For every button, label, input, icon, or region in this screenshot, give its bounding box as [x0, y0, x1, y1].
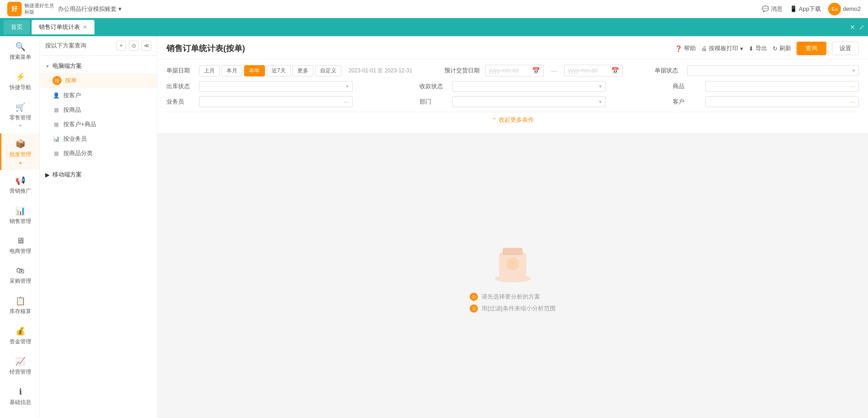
goods-select[interactable]: ···	[705, 81, 859, 92]
lightning-icon: ⚡	[15, 72, 25, 82]
print-icon: 🖨	[701, 45, 707, 52]
payment-status-label: 收款状态	[420, 82, 447, 90]
help-btn[interactable]: ❓ 帮助	[675, 44, 696, 52]
user-profile-btn[interactable]: Ea demo2	[828, 3, 861, 15]
scheme-by-order-icon: 按	[52, 76, 61, 85]
sidebar-item-wholesale-mgmt[interactable]: 📦 批发管理 ▲	[0, 133, 39, 170]
collapse-panel-btn[interactable]: ≪	[142, 41, 151, 51]
date-separator: —	[549, 67, 559, 74]
btn-last-month[interactable]: 上月	[199, 65, 220, 76]
scheme-group-pc[interactable]: ▼ 电脑端方案	[40, 59, 157, 73]
top-bar-right: 💬 消息 📱 App下载 Ea demo2	[762, 3, 861, 15]
operation-icon: 📈	[15, 356, 25, 366]
message-btn[interactable]: 💬 消息	[762, 5, 783, 13]
scheme-item-by-goods[interactable]: ▦ 按商品	[40, 103, 157, 117]
bill-status-select[interactable]: ▾	[687, 65, 859, 76]
sidebar-item-purchase[interactable]: 🛍 采购管理	[0, 261, 39, 290]
bill-status-label: 单据状态	[655, 66, 682, 75]
customer-select[interactable]: ···	[705, 96, 859, 107]
salesperson-more-icon[interactable]: ···	[344, 99, 349, 105]
cart-icon: 🛒	[15, 102, 25, 112]
query-btn[interactable]: 查询	[797, 42, 826, 55]
tab-bar-right: ✕ ⤢	[850, 24, 864, 31]
btn-last-7-days[interactable]: 近7天	[267, 65, 291, 76]
sidebar-item-sys-mgmt[interactable]: ⚙ 系统管理	[0, 412, 39, 418]
btn-more[interactable]: 更多	[292, 65, 313, 76]
filter-row-1: 单据日期 上月 本月 本年 近7天 更多 自定义 2023-01-01 至 20…	[166, 65, 859, 76]
ecommerce-icon: 🖥	[16, 236, 24, 246]
svg-text:?: ?	[511, 260, 514, 267]
scheme-item-by-customer-goods[interactable]: ▦ 按客户+商品	[40, 117, 157, 132]
tab-close-icon[interactable]: ✕	[83, 24, 87, 30]
avatar: Ea	[828, 3, 841, 15]
sidebar-item-operation[interactable]: 📈 经营管理	[0, 351, 39, 381]
window-close-btn[interactable]: ✕	[850, 24, 855, 31]
template-print-btn[interactable]: 🖨 按模板打印 ▾	[701, 44, 743, 52]
home-label: 首页	[11, 23, 23, 31]
sidebar-item-inventory[interactable]: 📋 库存核算	[0, 290, 39, 321]
purchase-icon: 🛍	[16, 266, 24, 276]
page-title: 销售订单统计表(按单)	[166, 43, 245, 54]
department-select[interactable]: ▾	[452, 96, 606, 107]
refresh-btn[interactable]: ↻ 刷新	[773, 44, 791, 52]
bill-date-label: 单据日期	[166, 66, 193, 75]
category-icon: ▦	[52, 150, 60, 157]
help-icon: ❓	[675, 45, 682, 52]
empty-state: ? ① 请先选择要分析的方案 ② 用[过滤]条件来缩小分析范围	[157, 133, 868, 418]
scheme-group-mobile[interactable]: ▶ 移动端方案	[40, 168, 157, 181]
sidebar: 🔍 搜索菜单 ⚡ 快捷导航 🛒 零售管理 ▼ 📦 批发管理 ▲ 📢 营销推广	[0, 36, 40, 418]
info-icon: ℹ	[19, 387, 22, 397]
arrow-up-icon: ▲	[19, 160, 23, 165]
export-btn[interactable]: ⬇ 导出	[749, 44, 767, 52]
goods-more-icon[interactable]: ···	[850, 83, 855, 90]
sidebar-item-quick-nav[interactable]: ⚡ 快捷导航	[0, 66, 39, 97]
refresh-icon: ↻	[773, 45, 778, 52]
sidebar-item-finance[interactable]: 💰 资金管理	[0, 321, 39, 351]
add-scheme-btn[interactable]: +	[116, 41, 126, 51]
customer-more-icon[interactable]: ···	[850, 99, 855, 105]
top-bar: 好 畅捷通好生意 标版 办公用品行业模拟账套 ▾ 💬 消息 📱 App下载	[0, 0, 868, 18]
window-maximize-btn[interactable]: ⤢	[859, 24, 864, 31]
export-icon: ⬇	[749, 45, 754, 52]
department-dropdown-icon: ▾	[599, 99, 602, 105]
sidebar-item-search-menu[interactable]: 🔍 搜索菜单	[0, 36, 39, 66]
goods-label: 商品	[673, 82, 700, 90]
btn-custom[interactable]: 自定义	[315, 65, 341, 76]
tab-bar: 首页 销售订单统计表 ✕ ✕ ⤢	[0, 18, 868, 36]
date-end-input[interactable]: yyyy-mm-dd 📅	[564, 65, 623, 76]
collapse-filters-btn[interactable]: ⌃ 收起更多条件	[166, 112, 859, 128]
logo-icon: 好	[7, 2, 22, 16]
scheme-item-by-goods-category[interactable]: ▦ 按商品分类	[40, 146, 157, 161]
sidebar-item-retail-mgmt[interactable]: 🛒 零售管理 ▼	[0, 97, 39, 133]
app-download-btn[interactable]: 📱 App下载	[790, 5, 821, 13]
scheme-item-by-customer[interactable]: 👤 按客户	[40, 88, 157, 103]
scheme-item-by-order[interactable]: 按 按单	[40, 73, 157, 88]
scheme-settings-btn[interactable]: ⊙	[129, 41, 139, 51]
sidebar-item-ecommerce[interactable]: 🖥 电商管理	[0, 231, 39, 261]
btn-this-year[interactable]: 本年	[244, 65, 265, 76]
scheme-item-by-salesperson[interactable]: 📊 按业务员	[40, 132, 157, 146]
scheme-section-mobile: ▶ 移动端方案	[40, 164, 157, 185]
company-selector[interactable]: 办公用品行业模拟账套 ▾	[58, 5, 122, 13]
calendar-start-icon: 📅	[532, 67, 540, 74]
btn-this-month[interactable]: 本月	[222, 65, 242, 76]
date-start-input[interactable]: yyyy-mm-dd 📅	[485, 65, 544, 76]
page-actions: ❓ 帮助 🖨 按模板打印 ▾ ⬇ 导出 ↻	[675, 42, 859, 55]
expected-delivery-label: 预计交货日期	[444, 66, 480, 75]
delivery-status-select[interactable]: ▾	[199, 81, 353, 92]
arrow-down-icon: ▼	[19, 124, 23, 128]
settings-btn[interactable]: 设置	[832, 42, 859, 55]
sidebar-item-marketing[interactable]: 📢 营销推广	[0, 170, 39, 200]
sidebar-item-basic-info[interactable]: ℹ 基础信息	[0, 381, 39, 412]
sidebar-item-sales-mgmt[interactable]: 📊 销售管理	[0, 200, 39, 231]
salesperson-select[interactable]: ···	[199, 96, 353, 107]
tab-sales-stat[interactable]: 销售订单统计表 ✕	[32, 20, 94, 34]
svg-rect-2	[503, 248, 523, 255]
payment-status-select[interactable]: ▾	[452, 81, 606, 92]
tab-home[interactable]: 首页	[4, 20, 30, 34]
print-dropdown-icon: ▾	[740, 45, 743, 52]
empty-tips: ① 请先选择要分析的方案 ② 用[过滤]条件来缩小分析范围	[470, 293, 555, 313]
customer-label: 客户	[673, 98, 700, 106]
left-panel-header: 按以下方案查询 + ⊙ ≪	[40, 36, 157, 56]
payment-status-dropdown-icon: ▾	[599, 83, 602, 90]
